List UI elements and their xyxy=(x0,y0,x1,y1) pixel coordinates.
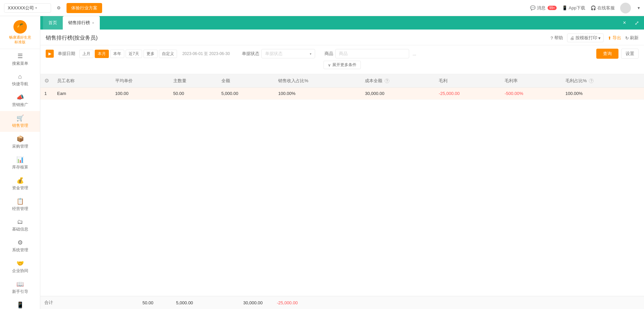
message-button[interactable]: 💬 消息 99+ xyxy=(530,5,557,11)
th-employee: 员工名称 xyxy=(53,74,111,88)
logo-icon: 🍊 xyxy=(13,20,27,34)
filter-row-1: ▶ 单据日期 上月 本月 本年 近7天 更多 自定义 2023-06-01 至 … xyxy=(46,49,639,59)
page-header: 销售排行榜(按业务员) ? 帮助 🖨 按模板打印 ▾ ⬆ 导出 xyxy=(40,30,644,45)
refresh-button[interactable]: ↻ 刷新 xyxy=(625,35,639,41)
th-amount: 全额 xyxy=(217,74,274,88)
app-download-button[interactable]: 📱 App下载 xyxy=(562,5,585,11)
th-gross: 毛利 xyxy=(435,74,501,88)
table-settings-icon[interactable]: ⚙ xyxy=(44,78,49,84)
export-button[interactable]: ⬆ 导出 xyxy=(608,35,621,41)
expand-conditions-button[interactable]: ∨ 展开更多条件 xyxy=(324,61,361,69)
footer-cells: 50.00 5,000.00 30,000.00 -25,000.00 xyxy=(71,300,640,305)
date-btn-this-year[interactable]: 本年 xyxy=(110,50,124,58)
cell-gross-pct: 100.00% xyxy=(561,88,644,100)
sidebar-item-base[interactable]: 🗂 基础信息 xyxy=(0,215,40,236)
printer-icon: 🖨 xyxy=(570,36,574,41)
sidebar-item-system[interactable]: ⚙ 系统管理 xyxy=(0,236,40,256)
filter-toggle-button[interactable]: ▶ xyxy=(46,50,54,58)
footer-qty: 50.00 xyxy=(138,300,172,305)
tab-right-actions: × ⤢ xyxy=(620,18,641,28)
tab-expand-button[interactable]: ⤢ xyxy=(632,18,641,28)
active-tab-label: 销售排行榜 xyxy=(68,20,90,26)
date-btn-custom[interactable]: 自定义 xyxy=(159,50,177,58)
status-filter: 单据状态 单据状态 ▾ xyxy=(242,49,315,58)
help-icon: ? xyxy=(551,36,553,41)
company-name: XXXXXX公司 xyxy=(8,5,34,11)
gross-pct-help-icon[interactable]: ? xyxy=(589,79,594,83)
tab-home[interactable]: 首页 xyxy=(43,16,63,30)
date-btn-this-month[interactable]: 本月 xyxy=(95,50,109,58)
apps-icon: 📱 xyxy=(16,301,24,309)
more-filter-btn[interactable]: ... xyxy=(413,51,416,56)
sidebar-item-enterprise[interactable]: 🤝 企业协同 xyxy=(0,256,40,277)
minimize-icon: × xyxy=(623,20,626,26)
tab-minimize-button[interactable]: × xyxy=(620,18,629,28)
status-filter-label: 单据状态 xyxy=(242,51,259,57)
th-avg-price: 平均单价 xyxy=(111,74,169,88)
sidebar-item-finance[interactable]: 💰 资金管理 xyxy=(0,173,40,194)
logo-text: 畅康通好生意标准版 xyxy=(9,35,31,45)
table-footer: 合计 50.00 5,000.00 30,000.00 -25,000.00 xyxy=(40,296,644,309)
table-row: 1Eam100.0050.005,000.00100.00%30,000.00-… xyxy=(40,88,644,100)
top-right-area: 💬 消息 99+ 📱 App下载 🎧 在线客服 ▾ xyxy=(530,3,640,13)
date-btn-more[interactable]: 更多 xyxy=(143,50,158,58)
content-area: 首页 销售排行榜 × × ⤢ 销售排行榜(按业务员) xyxy=(40,16,644,309)
date-filter-label: 单据日期 xyxy=(58,51,75,57)
sidebar-item-label: 企业协同 xyxy=(12,268,28,274)
sidebar-item-search[interactable]: ☰ 搜索菜单 xyxy=(0,49,40,70)
data-table: ⚙ 员工名称 平均单价 主数量 全额 销售收入占比% 成本全额 ? 毛利 xyxy=(40,74,644,100)
top-bar: XXXXXX公司 ▾ ⚙ 体验行业方案 💬 消息 99+ 📱 App下载 🎧 在… xyxy=(0,0,644,16)
refresh-icon: ↻ xyxy=(625,36,629,41)
cell-rank: 1 xyxy=(40,88,53,100)
date-btn-last-month[interactable]: 上月 xyxy=(79,50,93,58)
goods-filter-label: 商品 xyxy=(325,51,333,57)
sidebar-item-marketing[interactable]: 📣 营销推广 xyxy=(0,90,40,111)
tab-close-icon[interactable]: × xyxy=(92,21,94,25)
expand-arrow-icon: ∨ xyxy=(328,63,331,67)
sidebar-item-label: 销售管理 xyxy=(12,123,28,128)
sidebar-item-label: 快捷导航 xyxy=(12,81,28,87)
settings-filter-button[interactable]: 设置 xyxy=(621,49,639,59)
footer-amount: 5,000.00 xyxy=(172,300,206,305)
inventory-icon: 📊 xyxy=(16,156,24,163)
online-service-button[interactable]: 🎧 在线客服 xyxy=(591,5,615,11)
enterprise-icon: 🤝 xyxy=(16,260,24,267)
footer-label: 合计 xyxy=(44,300,71,306)
print-arrow-icon: ▾ xyxy=(598,36,601,41)
message-badge: 99+ xyxy=(548,6,557,10)
goods-input[interactable]: 商品 xyxy=(335,49,409,58)
export-label: 导出 xyxy=(612,35,621,41)
sidebar-item-business[interactable]: 📋 经营管理 xyxy=(0,194,40,215)
query-button[interactable]: 查询 xyxy=(596,49,618,59)
refresh-label: 刷新 xyxy=(630,35,639,41)
print-button[interactable]: 🖨 按模板打印 ▾ xyxy=(567,34,604,42)
sidebar-item-apps[interactable]: 📱 应用中心 xyxy=(0,298,40,309)
sidebar-item-label: 采购管理 xyxy=(12,144,28,149)
sidebar-item-quicknav[interactable]: ⌂ 快捷导航 xyxy=(0,70,40,90)
status-select[interactable]: 单据状态 ▾ xyxy=(261,49,315,58)
sidebar-item-guide[interactable]: 📖 新手引导 xyxy=(0,277,40,298)
sidebar-item-inventory[interactable]: 📊 库存核算 xyxy=(0,153,40,173)
sidebar: 🍊 畅康通好生意标准版 ☰ 搜索菜单 ⌂ 快捷导航 📣 营销推广 🛒 销售管理 … xyxy=(0,16,40,309)
cost-help-icon[interactable]: ? xyxy=(385,79,389,83)
trial-button[interactable]: 体验行业方案 xyxy=(67,3,102,13)
topbar-settings-button[interactable]: ⚙ xyxy=(54,3,64,13)
cell-avg-price: 100.00 xyxy=(111,88,169,100)
finance-icon: 💰 xyxy=(16,177,24,184)
sidebar-item-purchase[interactable]: 📦 采购管理 xyxy=(0,132,40,153)
sidebar-item-sales[interactable]: 🛒 销售管理 xyxy=(0,111,40,132)
user-avatar[interactable] xyxy=(620,3,631,13)
sidebar-item-label: 新手引导 xyxy=(12,289,28,295)
user-name-area[interactable]: ▾ xyxy=(636,5,640,10)
status-select-arrow: ▾ xyxy=(310,52,311,56)
headset-icon: 🎧 xyxy=(591,5,596,10)
page-actions: ? 帮助 🖨 按模板打印 ▾ ⬆ 导出 ↻ 刷新 xyxy=(551,34,639,42)
print-label: 按模板打印 xyxy=(575,35,597,41)
company-selector[interactable]: XXXXXX公司 ▾ xyxy=(4,3,51,13)
home-icon: ⌂ xyxy=(18,73,22,80)
date-btn-7days[interactable]: 近7天 xyxy=(126,50,142,58)
help-button[interactable]: ? 帮助 xyxy=(551,35,563,41)
tab-sales-ranking[interactable]: 销售排行榜 × xyxy=(63,16,100,30)
sidebar-logo: 🍊 畅康通好生意标准版 xyxy=(0,16,40,49)
table-body: 1Eam100.0050.005,000.00100.00%30,000.00-… xyxy=(40,88,644,100)
